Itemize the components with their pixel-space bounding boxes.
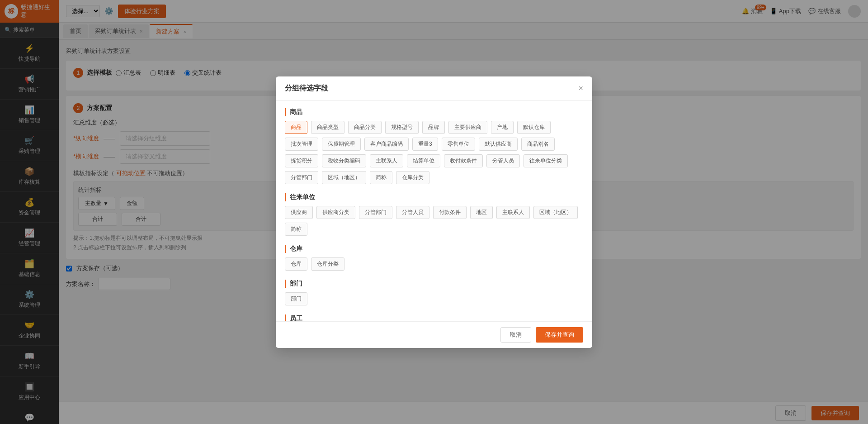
field-chip-retail-unit[interactable]: 零售单位 bbox=[442, 138, 475, 151]
field-chip-batch-management[interactable]: 批次管理 bbox=[285, 138, 318, 151]
field-grid-product: 商品商品类型商品分类规格型号品牌主要供应商产地默认仓库批次管理保质期管理客户商品… bbox=[285, 121, 583, 184]
field-chip-customer-code[interactable]: 客户商品编码 bbox=[364, 138, 409, 151]
field-chip-shelf-life[interactable]: 保质期管理 bbox=[322, 138, 361, 151]
field-chip-dept-mgr[interactable]: 分管部门 bbox=[285, 171, 318, 184]
dialog: 分组待选字段 × 商品商品商品类型商品分类规格型号品牌主要供应商产地默认仓库批次… bbox=[276, 76, 592, 348]
field-chip-supplier-category[interactable]: 供应商分类 bbox=[316, 206, 355, 219]
field-grid-warehouse: 仓库仓库分类 bbox=[285, 257, 583, 271]
field-chip-weight3[interactable]: 重量3 bbox=[412, 138, 438, 151]
dialog-title: 分组待选字段 bbox=[285, 84, 328, 93]
field-chip-origin[interactable]: 产地 bbox=[491, 121, 514, 134]
field-chip-product[interactable]: 商品 bbox=[285, 121, 307, 134]
field-chip-spec-type[interactable]: 规格型号 bbox=[385, 121, 419, 134]
dialog-save-btn[interactable]: 保存并查询 bbox=[536, 327, 583, 343]
dialog-header: 分组待选字段 × bbox=[276, 76, 592, 101]
field-chip-wh[interactable]: 仓库 bbox=[285, 257, 307, 271]
field-chip-wh-category[interactable]: 仓库分类 bbox=[311, 257, 344, 271]
field-chip-main-contact[interactable]: 主联系人 bbox=[370, 154, 403, 167]
field-chip-dept-person[interactable]: 分管人员 bbox=[396, 206, 429, 219]
section-title-staff: 员工 bbox=[285, 314, 583, 321]
field-chip-settlement-unit[interactable]: 结算单位 bbox=[407, 154, 440, 167]
field-grid-department: 部门 bbox=[285, 292, 583, 305]
dialog-section-warehouse: 仓库仓库仓库分类 bbox=[285, 245, 583, 271]
field-chip-default-warehouse[interactable]: 默认仓库 bbox=[517, 121, 551, 134]
field-chip-brand[interactable]: 品牌 bbox=[422, 121, 445, 134]
dialog-footer: 取消 保存并查询 bbox=[276, 321, 592, 348]
field-chip-tax-code[interactable]: 税收分类编码 bbox=[322, 154, 366, 167]
field-chip-supplier[interactable]: 供应商 bbox=[285, 206, 313, 219]
field-chip-abbr[interactable]: 简称 bbox=[285, 223, 307, 236]
section-title-partner: 往来单位 bbox=[285, 193, 583, 201]
field-chip-pick-score[interactable]: 拣货积分 bbox=[285, 154, 318, 167]
modal-overlay: 分组待选字段 × 商品商品商品类型商品分类规格型号品牌主要供应商产地默认仓库批次… bbox=[0, 0, 868, 424]
field-chip-short-name[interactable]: 简称 bbox=[370, 171, 392, 184]
dialog-section-partner: 往来单位供应商供应商分类分管部门分管人员付款条件地区主联系人区域（地区）简称 bbox=[285, 193, 583, 236]
field-chip-manager[interactable]: 分管人员 bbox=[486, 154, 520, 167]
field-chip-region[interactable]: 区域（地区） bbox=[322, 171, 366, 184]
field-grid-partner: 供应商供应商分类分管部门分管人员付款条件地区主联系人区域（地区）简称 bbox=[285, 206, 583, 236]
field-chip-product-category[interactable]: 商品分类 bbox=[348, 121, 382, 134]
field-chip-product-type[interactable]: 商品类型 bbox=[311, 121, 344, 134]
section-title-department: 部门 bbox=[285, 280, 583, 288]
dialog-section-product: 商品商品商品类型商品分类规格型号品牌主要供应商产地默认仓库批次管理保质期管理客户… bbox=[285, 108, 583, 184]
field-chip-area[interactable]: 地区 bbox=[470, 206, 493, 219]
field-chip-payment-condition[interactable]: 付款条件 bbox=[433, 206, 467, 219]
field-chip-main-supplier[interactable]: 主要供应商 bbox=[448, 121, 487, 134]
section-title-warehouse: 仓库 bbox=[285, 245, 583, 253]
field-chip-payment-terms[interactable]: 收付款条件 bbox=[444, 154, 483, 167]
field-chip-contact[interactable]: 主联系人 bbox=[496, 206, 530, 219]
dialog-cancel-btn[interactable]: 取消 bbox=[500, 327, 531, 343]
dialog-body: 商品商品商品类型商品分类规格型号品牌主要供应商产地默认仓库批次管理保质期管理客户… bbox=[276, 101, 592, 321]
field-chip-department[interactable]: 部门 bbox=[285, 292, 307, 305]
field-chip-dept[interactable]: 分管部门 bbox=[359, 206, 392, 219]
field-chip-source-unit-category[interactable]: 往来单位分类 bbox=[524, 154, 568, 167]
field-chip-default-supplier[interactable]: 默认供应商 bbox=[479, 138, 518, 151]
field-chip-product-alias[interactable]: 商品别名 bbox=[521, 138, 555, 151]
dialog-close-btn[interactable]: × bbox=[578, 84, 583, 93]
dialog-section-department: 部门部门 bbox=[285, 280, 583, 305]
dialog-section-staff: 员工业务员 bbox=[285, 314, 583, 321]
section-title-product: 商品 bbox=[285, 108, 583, 116]
field-chip-region2[interactable]: 区域（地区） bbox=[533, 206, 578, 219]
field-chip-warehouse-category[interactable]: 仓库分类 bbox=[396, 171, 429, 184]
